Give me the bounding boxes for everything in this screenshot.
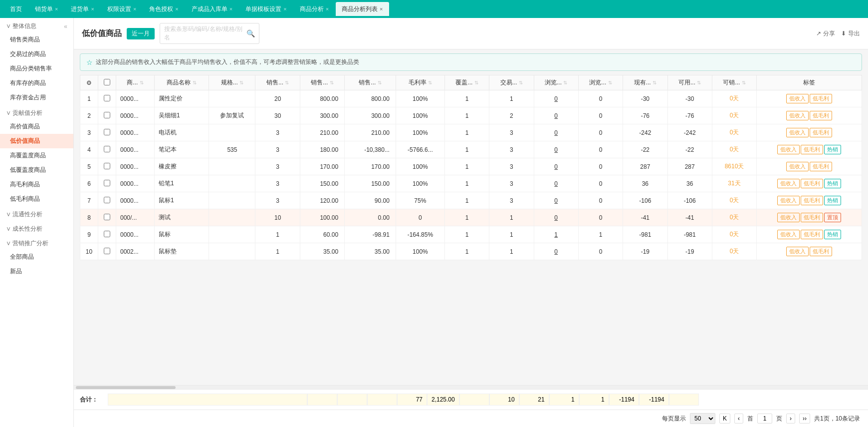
cell-browse1[interactable]: 0: [534, 243, 578, 260]
nav-close-template-settings[interactable]: ×: [283, 6, 286, 12]
col-spec[interactable]: 规格... ⇅: [209, 75, 255, 90]
row-checkbox[interactable]: [104, 231, 110, 237]
cell-browse1[interactable]: 0: [534, 192, 578, 209]
page-size-select[interactable]: 50 100 200: [690, 413, 715, 424]
table-container[interactable]: ⚙ 商... ⇅ 商品名称 ⇅ 规格... ⇅ 销售... ⇅ 销售... ⇅ …: [74, 75, 868, 385]
sidebar-item-all-products[interactable]: 全部商品: [0, 250, 73, 264]
cell-browse1[interactable]: 0: [534, 107, 578, 124]
row-checkbox[interactable]: [104, 197, 110, 203]
nav-product-analysis-list[interactable]: 商品分析列表 ×: [336, 2, 389, 16]
row-checkbox[interactable]: [104, 248, 110, 254]
first-page-btn[interactable]: K: [719, 414, 730, 424]
nav-close-purchase-order[interactable]: ×: [91, 6, 94, 12]
search-icon[interactable]: 🔍: [246, 29, 255, 37]
cell-checkbox[interactable]: [98, 175, 116, 192]
table-scrollbar[interactable]: [74, 385, 868, 389]
nav-product-analysis[interactable]: 商品分析 ×: [294, 2, 335, 16]
cell-checkbox[interactable]: [98, 90, 116, 107]
sidebar-item-low-margin[interactable]: 低毛利商品: [0, 192, 73, 206]
cell-name: 鼠标1: [154, 192, 209, 209]
cell-checkbox[interactable]: [98, 158, 116, 175]
search-box[interactable]: 搜索条形码/编码/名称/规格/别名 🔍: [160, 23, 259, 44]
col-current-stock[interactable]: 现有... ⇅: [623, 75, 667, 90]
row-checkbox[interactable]: [104, 163, 110, 169]
row-checkbox[interactable]: [104, 180, 110, 186]
nav-close-sales-order[interactable]: ×: [55, 6, 58, 12]
nav-template-settings[interactable]: 单据模板设置 ×: [239, 2, 292, 16]
col-margin-rate[interactable]: 毛利率 ⇅: [396, 75, 444, 90]
cell-coverage: 1: [444, 226, 489, 243]
row-checkbox[interactable]: [104, 112, 110, 118]
cell-checkbox[interactable]: [98, 107, 116, 124]
cell-checkbox[interactable]: [98, 192, 116, 209]
scrollbar-thumb[interactable]: [76, 386, 176, 389]
next-page-btn[interactable]: ›: [786, 414, 795, 424]
total-info: 共1页，10条记录: [814, 415, 860, 423]
row-checkbox[interactable]: [104, 129, 110, 135]
cell-browse1[interactable]: 0: [534, 141, 578, 158]
sidebar-item-high-coverage[interactable]: 高覆盖度商品: [0, 148, 73, 163]
sidebar-item-low-value[interactable]: 低价值商品: [0, 134, 73, 148]
sidebar-item-inventory-capital[interactable]: 库存资金占用: [0, 90, 73, 105]
cell-checkbox[interactable]: [98, 243, 116, 260]
col-name[interactable]: 商品名称 ⇅: [154, 75, 209, 90]
nav-sales-order[interactable]: 销货单 ×: [29, 2, 64, 16]
col-settings[interactable]: ⚙: [80, 75, 98, 90]
cell-browse1[interactable]: 1: [534, 226, 578, 243]
cell-browse1[interactable]: 0: [534, 90, 578, 107]
row-checkbox[interactable]: [104, 214, 110, 220]
last-page-btn[interactable]: ››: [799, 414, 810, 424]
sidebar-collapse-overall[interactable]: «: [64, 23, 67, 30]
col-checkbox[interactable]: [98, 75, 116, 90]
nav-purchase-order[interactable]: 进货单 ×: [65, 2, 100, 16]
filter-recent-month-btn[interactable]: 近一月: [127, 28, 155, 39]
col-available-stock[interactable]: 可用... ⇅: [667, 75, 712, 90]
row-checkbox[interactable]: [104, 146, 110, 152]
sidebar-item-category-sales-rate[interactable]: 商品分类销售率: [0, 61, 73, 76]
cell-browse1[interactable]: 0: [534, 175, 578, 192]
col-saleable-stock[interactable]: 可销... ⇅: [712, 75, 756, 90]
row-checkbox[interactable]: [104, 95, 110, 101]
sidebar-group-overall[interactable]: ∨ 整体信息 «: [0, 18, 73, 32]
col-sales-qty[interactable]: 销售... ⇅: [255, 75, 300, 90]
sidebar-item-traded-products[interactable]: 交易过的商品: [0, 47, 73, 61]
col-browse2[interactable]: 浏览... ⇅: [578, 75, 623, 90]
cell-browse1[interactable]: 0: [534, 124, 578, 141]
sidebar-group-liquidity[interactable]: ∨ 流通性分析: [0, 206, 73, 221]
nav-close-role-auth[interactable]: ×: [175, 6, 178, 12]
nav-home[interactable]: 首页: [4, 2, 28, 16]
nav-finished-goods[interactable]: 产成品入库单 ×: [186, 2, 238, 16]
sidebar-item-low-coverage[interactable]: 低覆盖度商品: [0, 163, 73, 177]
export-button[interactable]: ⬇ 导出: [841, 29, 860, 38]
sidebar-item-sales-products[interactable]: 销售类商品: [0, 32, 73, 47]
col-code[interactable]: 商... ⇅: [116, 75, 155, 90]
nav-permission[interactable]: 权限设置 ×: [101, 2, 142, 16]
nav-close-permission[interactable]: ×: [133, 6, 136, 12]
cell-browse1[interactable]: 0: [534, 158, 578, 175]
prev-page-btn[interactable]: ‹: [734, 414, 743, 424]
sidebar-group-growth[interactable]: ∨ 成长性分析: [0, 221, 73, 235]
col-sales-other[interactable]: 销售... ⇅: [345, 75, 396, 90]
sidebar-item-in-stock[interactable]: 有库存的商品: [0, 76, 73, 90]
select-all-checkbox[interactable]: [104, 79, 110, 85]
cell-browse1[interactable]: 0: [534, 209, 578, 226]
sidebar-group-marketing[interactable]: ∨ 营销推广分析: [0, 235, 73, 250]
sidebar-item-high-margin[interactable]: 高毛利商品: [0, 177, 73, 192]
nav-close-product-analysis[interactable]: ×: [326, 6, 329, 12]
col-sales-amount[interactable]: 销售... ⇅: [300, 75, 344, 90]
col-coverage[interactable]: 覆盖... ⇅: [444, 75, 489, 90]
col-browse1[interactable]: 浏览... ⇅: [534, 75, 578, 90]
sidebar-item-high-value[interactable]: 高价值商品: [0, 119, 73, 134]
col-transaction[interactable]: 交易... ⇅: [489, 75, 534, 90]
sidebar-group-contribution[interactable]: ∨ 贡献值分析: [0, 105, 73, 119]
cell-checkbox[interactable]: [98, 226, 116, 243]
nav-close-product-analysis-list[interactable]: ×: [380, 6, 383, 12]
nav-role-auth[interactable]: 角色授权 ×: [143, 2, 184, 16]
nav-close-finished-goods[interactable]: ×: [229, 6, 232, 12]
page-number-input[interactable]: [757, 414, 772, 424]
cell-checkbox[interactable]: [98, 141, 116, 158]
sidebar-item-new-products[interactable]: 新品: [0, 264, 73, 279]
share-button[interactable]: ↗ 分享: [816, 29, 835, 38]
cell-checkbox[interactable]: [98, 124, 116, 141]
cell-checkbox[interactable]: [98, 209, 116, 226]
